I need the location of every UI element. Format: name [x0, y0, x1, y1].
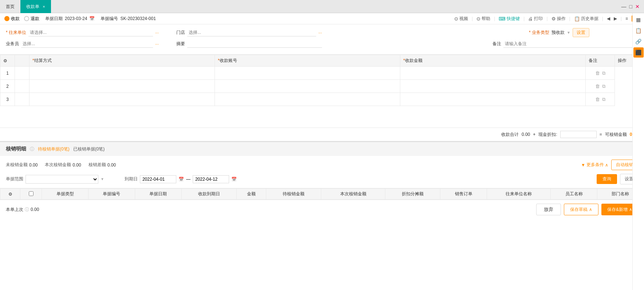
list-btn[interactable]: ≡ [625, 16, 628, 21]
td-note-1[interactable] [400, 67, 586, 80]
operate-btn[interactable]: ⚙ 操作 [551, 16, 566, 22]
td-account-2[interactable] [30, 80, 215, 93]
td-settlement-3[interactable] [15, 93, 30, 106]
amount-input-3[interactable] [215, 93, 400, 106]
td-amount-1[interactable] [215, 67, 400, 80]
more-conditions-btn[interactable]: ▼ 更多条件 ∧ [581, 162, 608, 168]
calendar-icon[interactable]: 📅 [89, 16, 95, 21]
right-panel-btn-3[interactable]: 🔗 [633, 36, 644, 47]
note-input-2[interactable] [400, 80, 585, 93]
info-icon: ⓘ [25, 207, 29, 213]
print-btn[interactable]: 🖨 打印 [528, 16, 543, 22]
td-actions-3: 🗑 ⧉ [586, 93, 615, 106]
counterpart-more-btn[interactable]: ··· [155, 30, 159, 35]
right-panel-btn-2[interactable]: 📋 [633, 26, 644, 36]
right-panel-btn-1[interactable]: ▦ [633, 15, 644, 25]
settlement-input-1[interactable] [15, 67, 29, 79]
pending-tab[interactable]: 待核销单据(0笔) [38, 146, 70, 152]
chevron-up-icon: ∧ [605, 162, 608, 168]
td-amount-3[interactable] [215, 93, 400, 106]
range-filter: 单据范围 ▼ [6, 175, 104, 184]
delete-row-3-btn[interactable]: 🗑 [595, 97, 600, 102]
copy-row-1-btn[interactable]: ⧉ [602, 70, 605, 76]
copy-row-3-btn[interactable]: ⧉ [602, 97, 605, 102]
account-input-1[interactable] [30, 67, 215, 79]
salesperson-more-btn[interactable]: ··· [155, 42, 159, 47]
abandon-btn[interactable]: 放弃 [536, 204, 561, 215]
section-info-icon[interactable]: ⓘ [30, 146, 34, 152]
calendar-to-icon[interactable]: 📅 [231, 177, 237, 182]
salesperson-field: 业务员 ··· [6, 40, 159, 48]
account-input-2[interactable] [30, 80, 215, 93]
shop-more-btn[interactable]: ··· [318, 30, 322, 35]
next-btn[interactable]: ▶ [614, 16, 617, 21]
maximize-btn[interactable]: □ [629, 4, 632, 9]
vth-gear[interactable]: ⚙ [0, 189, 20, 200]
verif-section: 未核销金额 0.00 本次核销金额 0.00 核销差额 0.00 ▼ 更多条件 … [0, 156, 644, 188]
copy-row-2-btn[interactable]: ⧉ [602, 83, 605, 89]
summary-field: 摘要 [176, 40, 322, 48]
td-account-3[interactable] [30, 93, 215, 106]
td-note-2[interactable] [400, 80, 586, 93]
vth-amount: 金额 [237, 189, 266, 200]
help-btn[interactable]: ⊙ 帮助 [476, 16, 490, 22]
help-icon: ⊙ [476, 16, 480, 21]
td-settlement-2[interactable] [15, 80, 30, 93]
note-input[interactable] [503, 40, 638, 48]
calendar-from-icon[interactable]: 📅 [178, 177, 184, 182]
operate-icon: ⚙ [551, 16, 556, 21]
delete-row-1-btn[interactable]: 🗑 [595, 70, 600, 76]
td-amount-2[interactable] [215, 80, 400, 93]
verif-filter-row: 单据范围 ▼ 到期日 📅 — 📅 查询 设置 [6, 174, 638, 184]
right-panel-btn-4[interactable]: ⬛ [633, 47, 644, 58]
print-icon: 🖨 [528, 16, 533, 21]
settlement-input-2[interactable] [15, 80, 29, 93]
tab-close-icon[interactable]: × [43, 4, 45, 9]
note-input-3[interactable] [400, 93, 585, 106]
discount-input[interactable] [560, 131, 597, 138]
radio-refund[interactable]: 退款 [24, 16, 39, 22]
td-account-1[interactable] [30, 67, 215, 80]
done-tab[interactable]: 已核销单据(0笔) [73, 146, 105, 152]
amount-input-1[interactable] [215, 67, 400, 79]
summary-input[interactable] [187, 40, 322, 48]
radio-receipt[interactable]: 收款 [4, 16, 20, 22]
amount-input-2[interactable] [215, 80, 400, 93]
td-settlement-1[interactable] [15, 67, 30, 80]
due-date-to-input[interactable] [193, 175, 229, 183]
action-bar: 本单上次 ⓘ 0.00 放弃 保存草稿 ∧ 保存&新增 ∧ [0, 200, 644, 219]
settings-button[interactable]: 设置 [573, 28, 589, 37]
current-verif-stat: 本次核销金额 0.00 [45, 162, 81, 168]
close-btn[interactable]: ✕ [635, 4, 640, 9]
history-btn[interactable]: 📋 历史单据 [574, 16, 598, 22]
due-date-from-input[interactable] [140, 175, 176, 183]
save-draft-btn[interactable]: 保存草稿 ∧ [564, 204, 598, 215]
th-amount: *收款金额 [400, 55, 586, 67]
range-select[interactable] [25, 175, 98, 184]
select-all-checkbox[interactable] [29, 191, 34, 196]
shortcut-btn[interactable]: ⌨ 快捷键 [499, 16, 520, 22]
settlement-input-3[interactable] [15, 93, 29, 106]
vth-check[interactable] [20, 189, 42, 200]
salesperson-input[interactable] [21, 40, 153, 48]
vth-bill-type: 单据类型 [42, 189, 89, 200]
td-note-3[interactable] [400, 93, 586, 106]
tab-home[interactable]: 首页 [0, 0, 20, 13]
query-btn[interactable]: 查询 [597, 174, 617, 184]
account-input-3[interactable] [30, 93, 215, 106]
vth-bill-num: 单据编号 [89, 189, 135, 200]
vth-sales-order: 销售订单 [440, 189, 487, 200]
th-gear[interactable]: ⚙ [0, 55, 15, 67]
counterpart-input[interactable] [28, 29, 153, 36]
prev-btn[interactable]: ◀ [607, 16, 610, 21]
note-input-1[interactable] [400, 67, 585, 79]
tab-receipt[interactable]: 收款单 × [20, 0, 51, 13]
vth-current-verif: 本次核销金额 [321, 189, 385, 200]
td-actions-1: 🗑 ⧉ [586, 67, 615, 80]
video-btn[interactable]: ⊙ 视频 [454, 16, 468, 22]
shop-input[interactable] [187, 29, 316, 36]
minimize-btn[interactable]: — [621, 4, 627, 9]
business-type-chevron[interactable]: ▼ [567, 31, 570, 35]
delete-row-2-btn[interactable]: 🗑 [595, 83, 600, 89]
shop-field: 门店 ··· [176, 29, 322, 36]
